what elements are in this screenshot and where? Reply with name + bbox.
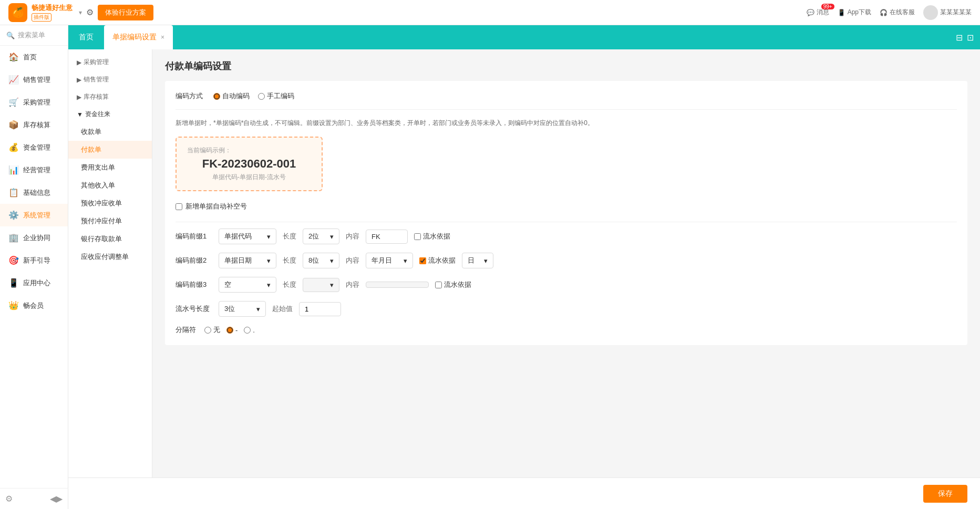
sep-dot-radio[interactable]	[244, 327, 251, 334]
auto-code-option[interactable]: 自动编码	[213, 91, 250, 101]
sidebar-item-operations[interactable]: 📊 经营管理	[0, 159, 68, 181]
code-preview-box: 当前编码示例： FK-20230602-001 单据代码-单据日期-流水号	[176, 137, 323, 191]
sep-dash-option[interactable]: -	[226, 326, 238, 334]
auto-code-radio[interactable]	[213, 93, 220, 100]
tab-active[interactable]: 单据编码设置 ×	[104, 25, 173, 49]
sidebar-item-system[interactable]: ⚙️ 系统管理	[0, 204, 68, 226]
manual-code-radio[interactable]	[258, 93, 265, 100]
leaf-bank-deposit[interactable]: 银行存取款单	[68, 230, 152, 248]
prefix3-water-label[interactable]: 流水依据	[435, 280, 471, 289]
user-name: 某某某某某	[940, 8, 972, 17]
auto-fill-row: 新增单据自动补空号	[176, 202, 957, 211]
body-row: ▶ 采购管理 ▶ 销售管理 ▶ 库存核算	[68, 49, 980, 477]
leaf-receipt[interactable]: 收款单	[68, 123, 152, 141]
sidebar-search[interactable]: 🔍 搜索菜单	[0, 25, 68, 46]
sep-dash-radio[interactable]	[226, 327, 233, 334]
leaf-ar-ap-adj[interactable]: 应收应付调整单	[68, 248, 152, 266]
message-button[interactable]: 💬 消息 99+	[807, 8, 829, 17]
content-label-1: 内容	[346, 232, 359, 241]
group-purchase-title[interactable]: ▶ 采购管理	[68, 54, 152, 71]
sidebar-item-newbie[interactable]: 🎯 新手引导	[0, 249, 68, 272]
left-sidebar: 🔍 搜索菜单 🏠 首页 📈 销售管理 🛒 采购管理 📦 库存核算 💰 资金管理 …	[0, 25, 68, 509]
tab-close-icon[interactable]: ×	[161, 34, 164, 41]
workspace-dropdown[interactable]: ▾	[79, 9, 82, 16]
prefix3-select[interactable]: 空 ▾	[219, 277, 276, 293]
inventory-icon: 📦	[8, 120, 19, 130]
prefix2-select[interactable]: 单据日期 ▾	[219, 253, 276, 268]
prefix1-water-label[interactable]: 流水依据	[414, 232, 450, 241]
content-area: 首页 单据编码设置 × ⊟ ⊡ ▶ 采购管理	[68, 25, 980, 509]
tabbar: 首页 单据编码设置 × ⊟ ⊡	[68, 25, 980, 49]
sidebar-item-enterprise[interactable]: 🏢 企业协同	[0, 226, 68, 249]
leaf-payment[interactable]: 付款单	[68, 141, 152, 159]
minimize-icon[interactable]: ⊟	[956, 33, 963, 43]
group-inventory: ▶ 库存核算	[68, 88, 152, 106]
prefix2-content-dropdown-icon: ▾	[404, 257, 407, 265]
online-service-button[interactable]: 🎧 在线客服	[880, 8, 915, 17]
avatar	[923, 5, 938, 20]
second-sidebar: ▶ 采购管理 ▶ 销售管理 ▶ 库存核算	[68, 49, 152, 477]
prefix1-select[interactable]: 单据代码 ▾	[219, 228, 276, 244]
serial-length-select[interactable]: 3位 ▾	[219, 301, 266, 317]
prefix2-label: 编码前缀2	[176, 256, 212, 265]
sidebar-item-inventory[interactable]: 📦 库存核算	[0, 113, 68, 136]
settings-gear-icon[interactable]: ⚙	[86, 7, 94, 17]
sep-dot-option[interactable]: .	[244, 326, 255, 334]
app-download-button[interactable]: 📱 App下载	[838, 8, 871, 17]
logo-badge: 插件版	[32, 13, 51, 22]
separator-options: 无 - .	[204, 325, 255, 335]
settings-icon[interactable]: ⚙	[5, 494, 13, 504]
sidebar-item-finance[interactable]: 💰 资金管理	[0, 136, 68, 159]
auto-fill-checkbox[interactable]	[176, 203, 182, 210]
group-sales-title[interactable]: ▶ 销售管理	[68, 71, 152, 88]
sidebar-item-home[interactable]: 🏠 首页	[0, 46, 68, 68]
chevron-right-icon: ▶	[77, 59, 81, 66]
prefix2-water-label[interactable]: 流水依据	[419, 256, 456, 265]
tab-home[interactable]: 首页	[68, 25, 104, 49]
prefix2-water-checkbox[interactable]	[419, 257, 426, 264]
sep-none-option[interactable]: 无	[204, 325, 220, 335]
sep-none-radio[interactable]	[204, 327, 211, 334]
length-label-1: 长度	[283, 232, 296, 241]
bottom-bar: 保存	[68, 477, 980, 509]
app-download-icon: 📱	[838, 9, 845, 16]
leaf-other-income[interactable]: 其他收入单	[68, 176, 152, 194]
save-button[interactable]: 保存	[923, 485, 967, 503]
user-profile[interactable]: 某某某某某	[923, 5, 972, 20]
prefix3-water-checkbox[interactable]	[435, 282, 442, 288]
prefix1-water-checkbox[interactable]	[414, 233, 421, 240]
prefix3-row: 编码前缀3 空 ▾ 长度 ▾ 内容	[176, 277, 957, 293]
collapse-icon[interactable]: ◀▶	[50, 494, 63, 504]
sidebar-item-sales[interactable]: 📈 销售管理	[0, 68, 68, 91]
prefix1-label: 编码前缀1	[176, 232, 212, 241]
trial-button[interactable]: 体验行业方案	[98, 5, 153, 20]
sidebar-item-purchase[interactable]: 🛒 采购管理	[0, 91, 68, 113]
leaf-prepay-recv[interactable]: 预收冲应收单	[68, 194, 152, 212]
code-preview-label: 当前编码示例：	[187, 146, 311, 155]
prefix1-dropdown-icon: ▾	[267, 233, 271, 241]
group-inventory-title[interactable]: ▶ 库存核算	[68, 88, 152, 106]
prefix3-length-select[interactable]: ▾	[303, 278, 339, 292]
prefix2-length-select[interactable]: 8位 ▾	[303, 253, 339, 268]
coding-method-section: 编码方式 自动编码 手工编码	[176, 91, 957, 110]
group-purchase: ▶ 采购管理	[68, 54, 152, 71]
topbar: 🍊 畅捷通好生意 插件版 ▾ ⚙ 体验行业方案 💬 消息 99+ 📱 App下载…	[0, 0, 980, 25]
logo-icon: 🍊	[8, 3, 27, 22]
leaf-prepay-pay[interactable]: 预付冲应付单	[68, 212, 152, 230]
maximize-icon[interactable]: ⊡	[967, 33, 974, 43]
prefix2-content-select[interactable]: 年月日 ▾	[366, 253, 413, 268]
leaf-expense[interactable]: 费用支出单	[68, 159, 152, 176]
newbie-icon: 🎯	[8, 255, 19, 265]
purchase-icon: 🛒	[8, 97, 19, 107]
sidebar-item-apps[interactable]: 📱 应用中心	[0, 272, 68, 294]
sidebar-item-basic[interactable]: 📋 基础信息	[0, 181, 68, 204]
separator-label: 分隔符	[176, 325, 196, 335]
group-funds: ▼ 资金往来 收款单 付款单 费用支出单 其他收入单 预收冲应收单 预付冲应付单…	[68, 106, 152, 266]
sidebar-item-member[interactable]: 👑 畅会员	[0, 294, 68, 317]
manual-code-option[interactable]: 手工编码	[258, 91, 294, 101]
group-funds-title[interactable]: ▼ 资金往来	[68, 106, 152, 123]
prefix1-length-select[interactable]: 2位 ▾	[303, 228, 339, 244]
start-value-input[interactable]	[299, 302, 341, 316]
sales-icon: 📈	[8, 75, 19, 85]
prefix2-water-unit-select[interactable]: 日 ▾	[462, 253, 493, 268]
